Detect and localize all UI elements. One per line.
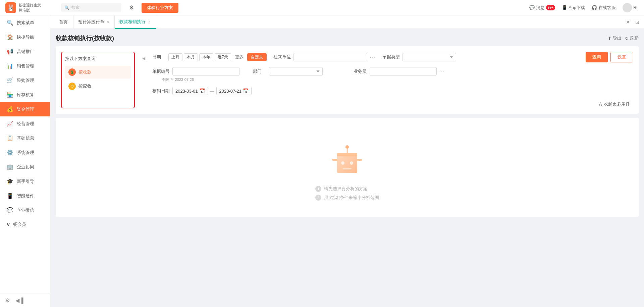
doc-type-select[interactable] (402, 53, 456, 61)
filter-verify-date-field: 核销日期 2023-03-01 📅 — 2023-07-21 📅 (152, 87, 252, 95)
sidebar-item-purchase[interactable]: 🛒 采购管理 (0, 73, 50, 88)
salesperson-input[interactable] (370, 67, 437, 75)
vip-icon: V (7, 222, 10, 227)
receivable-icon: ⏱ (68, 83, 76, 90)
setting-button[interactable]: 设置 (610, 52, 633, 62)
filter-option-by-receivable[interactable]: ⏱ 按应收 (65, 80, 131, 93)
counterparty-label: 往来单位 (273, 54, 291, 60)
filter-panel-title: 按以下方案查询 (65, 56, 131, 62)
headset-icon: 🎧 (592, 5, 597, 10)
sidebar-item-marketing[interactable]: 📢 营销推广 (0, 44, 50, 59)
sidebar-item-label: 系统管理 (17, 150, 34, 156)
sidebar-item-label: 采购管理 (17, 78, 34, 84)
empty-state: 1 请先选择要分析的方案 2 用[过滤]条件来缩小分析范围 (56, 118, 639, 217)
verify-date-start-input[interactable]: 2023-03-01 📅 (172, 87, 208, 95)
tab-verify-label: 收款核销执行 (119, 19, 146, 25)
hardware-icon: 📱 (7, 193, 13, 199)
app-icon: 📱 (562, 5, 567, 10)
svg-point-3 (350, 161, 353, 165)
collapse-more-row: ⋀ 收起更多条件 (152, 100, 633, 108)
verify-date-end-input[interactable]: 2023-07-21 📅 (216, 87, 252, 95)
tab-close-icon-2[interactable]: × (148, 19, 151, 24)
verify-date-start-text: 2023-03-01 (175, 89, 198, 94)
tab-prepay[interactable]: 预付冲应付单 × (73, 15, 115, 29)
tab-close-icon[interactable]: × (106, 19, 110, 25)
top-bar: 🐰 畅捷通好生意 标准版 🔍 搜索 ⚙ 体验行业方案 💬 消息 99+ 📱 Ap… (0, 0, 644, 15)
export-icon: ⬆ (608, 36, 611, 41)
counterparty-input[interactable] (293, 53, 367, 61)
sidebar-item-wechat[interactable]: 💬 企业微信 (0, 203, 50, 217)
maximize-icon[interactable]: ⊡ (634, 18, 641, 26)
svg-rect-4 (343, 168, 352, 169)
sidebar-item-enterprise[interactable]: 🏢 企业协同 (0, 160, 50, 174)
sidebar-item-label: 库存核算 (17, 92, 34, 98)
counterparty-dots[interactable]: ··· (370, 55, 376, 60)
message-badge: 99+ (546, 5, 555, 10)
filter-area: 按以下方案查询 💲 按收款 ⏱ 按应收 ◀ (56, 46, 639, 114)
action-btns: 查询 设置 (586, 52, 633, 62)
gear-icon[interactable]: ⚙ (127, 3, 136, 12)
step-num-2: 2 (315, 195, 321, 201)
app-download-label: App下载 (569, 5, 585, 11)
doc-number-input[interactable] (172, 67, 239, 75)
basic-info-icon: 📋 (7, 135, 13, 141)
sidebar-item-basic-info[interactable]: 📋 基础信息 (0, 131, 50, 145)
industry-button[interactable]: 体验行业方案 (142, 3, 178, 13)
this-month-btn[interactable]: 本月 (184, 53, 198, 61)
top-bar-right: 💬 消息 99+ 📱 App下载 🎧 在线客服 Rit (529, 3, 639, 12)
sales-icon: 📊 (7, 63, 13, 69)
main-layout: 🔍 搜索菜单 🏠 快捷导航 📢 营销推广 📊 销售管理 🛒 采购管理 🏪 库存核… (0, 15, 644, 307)
last-month-btn[interactable]: 上月 (168, 53, 182, 61)
sidebar-item-guide[interactable]: 🎓 新手引导 (0, 174, 50, 189)
sidebar-item-quick-nav[interactable]: 🏠 快捷导航 (0, 30, 50, 44)
search-menu-icon: 🔍 (7, 19, 13, 26)
refresh-button[interactable]: ↻ 刷新 (625, 35, 639, 41)
page-header-actions: ⬆ 导出 ↻ 刷新 (608, 35, 639, 41)
close-window-icon[interactable]: ✕ (625, 18, 631, 26)
search-box[interactable]: 🔍 搜索 (61, 3, 121, 12)
sidebar-bottom: ⚙ ◀▐ (0, 294, 50, 307)
sidebar-item-sales[interactable]: 📊 销售管理 (0, 59, 50, 73)
tab-verify[interactable]: 收款核销执行 × (115, 15, 156, 29)
date-unlimited-text: 不限 (162, 78, 169, 82)
svg-rect-1 (337, 153, 357, 156)
sidebar-item-system[interactable]: ⚙️ 系统管理 (0, 145, 50, 160)
sidebar-item-search-menu[interactable]: 🔍 搜索菜单 (0, 15, 50, 30)
sidebar-item-hardware[interactable]: 📱 智能硬件 (0, 189, 50, 203)
sidebar-item-finance[interactable]: 💰 资金管理 (0, 102, 50, 116)
salesperson-dots[interactable]: ··· (439, 69, 445, 74)
tab-home[interactable]: 首页 (54, 15, 73, 29)
custom-btn[interactable]: 自定义 (247, 53, 267, 61)
settings-icon[interactable]: ⚙ (5, 297, 10, 304)
this-year-btn[interactable]: 本年 (199, 53, 213, 61)
filter-row-2: 单据编号 部门 业务员 ··· (152, 67, 633, 75)
query-button[interactable]: 查询 (586, 52, 608, 62)
user-avatar (623, 3, 632, 12)
sidebar-item-vip[interactable]: V 畅会员 (0, 217, 50, 232)
app-download-btn[interactable]: 📱 App下载 (562, 5, 585, 11)
collapse-sidebar-icon[interactable]: ◀▐ (15, 297, 23, 304)
collapse-more-btn[interactable]: ⋀ 收起更多条件 (595, 100, 633, 108)
online-service-btn[interactable]: 🎧 在线客服 (592, 5, 616, 11)
home-icon: 🏠 (7, 34, 13, 40)
sidebar-item-label: 畅会员 (13, 221, 26, 227)
logo-text-line1: 畅捷通好生意 (19, 3, 41, 7)
message-btn[interactable]: 💬 消息 99+ (529, 5, 555, 11)
logo: 🐰 畅捷通好生意 标准版 (5, 2, 56, 13)
user-menu[interactable]: Rit (623, 3, 639, 12)
collapse-panel-btn[interactable]: ◀ (140, 52, 147, 65)
sidebar-item-inventory[interactable]: 🏪 库存核算 (0, 88, 50, 102)
message-icon: 💬 (529, 5, 535, 10)
date-sub-line: 不限 至 2023-07-26 (162, 77, 633, 82)
tab-bar: 首页 预付冲应付单 × 收款核销执行 × ✕ ⊡ (50, 15, 644, 29)
empty-step-2: 2 用[过滤]条件来缩小分析范围 (315, 195, 379, 201)
filter-option-by-receipt[interactable]: 💲 按收款 (65, 66, 131, 79)
enterprise-icon: 🏢 (7, 164, 13, 170)
department-select[interactable] (269, 67, 323, 75)
sidebar-item-operation[interactable]: 📈 经营管理 (0, 116, 50, 131)
more-btn[interactable]: 更多 (232, 54, 246, 61)
date-buttons: 上月 本月 本年 近7天 更多 自定义 (168, 53, 267, 61)
export-button[interactable]: ⬆ 导出 (608, 35, 622, 41)
7days-btn[interactable]: 近7天 (215, 53, 231, 61)
filter-department-field: 部门 (253, 67, 347, 75)
